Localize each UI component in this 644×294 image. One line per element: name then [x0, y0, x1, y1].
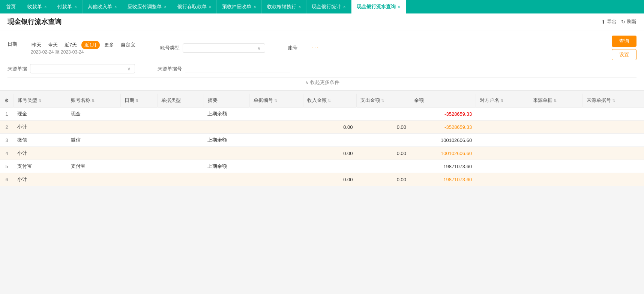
export-icon: ⬆ — [601, 19, 605, 25]
cell-docNo — [250, 173, 303, 186]
cell-sourceDocNo — [582, 134, 644, 147]
date-opt-today[interactable]: 今天 — [46, 41, 60, 49]
cell-accountName: 微信 — [67, 134, 121, 147]
close-icon[interactable]: × — [398, 4, 400, 9]
cell-docType — [157, 147, 204, 160]
cell-summary — [204, 147, 249, 160]
col-header-accountType[interactable]: 账号类型⇅ — [14, 94, 67, 107]
collapse-button[interactable]: ∧ 收起更多条件 — [8, 77, 636, 87]
col-header-counterpart[interactable]: 对方户名⇅ — [476, 94, 529, 107]
date-opt-7days[interactable]: 近7天 — [62, 41, 79, 49]
cell-sourceDocNo — [582, 160, 644, 173]
col-header-date[interactable]: 日期⇅ — [120, 94, 157, 107]
col-header-accountName[interactable]: 账号名称⇅ — [67, 94, 121, 107]
cell-accountType: 小计 — [14, 173, 67, 186]
cell-expenseAmount: 0.00 — [357, 121, 410, 134]
cell-incomeAmount — [303, 134, 357, 147]
cell-docType — [157, 107, 204, 121]
date-opt-1month[interactable]: 近1月 — [81, 41, 100, 49]
nav-tab-收款单[interactable]: 收款单× — [22, 0, 52, 13]
account-type-select[interactable]: ∨ — [183, 43, 265, 53]
cell-counterpart — [476, 147, 529, 160]
nav-tab-预收冲应收单[interactable]: 预收冲应收单× — [217, 0, 261, 13]
col-header-sourceDoc[interactable]: 来源单据⇅ — [529, 94, 583, 107]
refresh-icon: ↻ — [621, 19, 625, 25]
cell-summary: 上期余额 — [204, 134, 249, 147]
source-doc-num-input[interactable] — [185, 65, 290, 73]
cell-sourceDocNo — [582, 173, 644, 186]
close-icon[interactable]: × — [164, 4, 166, 9]
cell-incomeAmount — [303, 160, 357, 173]
cell-summary — [204, 173, 249, 186]
date-opt-more[interactable]: 更多 — [102, 41, 116, 49]
cell-num: 3 — [0, 134, 14, 147]
col-header-docNo[interactable]: 单据编号⇅ — [250, 94, 303, 107]
cell-docNo — [250, 134, 303, 147]
close-icon[interactable]: × — [209, 4, 211, 9]
cell-accountType: 微信 — [14, 134, 67, 147]
nav-tab-银行存取款单[interactable]: 银行存取款单× — [172, 0, 217, 13]
cell-incomeAmount — [303, 107, 357, 121]
col-header-incomeAmount[interactable]: 收入金额⇅ — [303, 94, 357, 107]
sort-icon: ⇅ — [612, 98, 615, 103]
filter-row-2: 来源单据 ∨ 来源单据号 — [8, 64, 636, 73]
settings-button[interactable]: 设置 — [612, 49, 636, 60]
cell-date — [120, 121, 157, 134]
date-opt-custom[interactable]: 自定义 — [119, 41, 138, 49]
nav-tab-收款核销执行[interactable]: 收款核销执行× — [262, 0, 306, 13]
date-filter: 日期 昨天今天近7天近1月更多自定义 2023-02-24 至 2023-03-… — [8, 41, 138, 55]
cell-accountName: 现金 — [67, 107, 121, 121]
cell-expenseAmount: 0.00 — [357, 173, 410, 186]
nav-tab-付款单[interactable]: 付款单× — [52, 0, 82, 13]
close-icon[interactable]: × — [299, 4, 301, 9]
chevron-down-icon-2: ∨ — [127, 66, 131, 72]
nav-home[interactable]: 首页 — [0, 0, 22, 13]
nav-tab-现金银行统计[interactable]: 现金银行统计× — [306, 0, 351, 13]
cell-incomeAmount: 0.00 — [303, 173, 357, 186]
date-options: 昨天今天近7天近1月更多自定义 — [29, 41, 138, 49]
date-opt-yesterday[interactable]: 昨天 — [29, 41, 44, 49]
query-button[interactable]: 查询 — [612, 36, 636, 47]
cell-num: 6 — [0, 173, 14, 186]
col-header-expenseAmount[interactable]: 支出金额⇅ — [357, 94, 410, 107]
cell-docType — [157, 134, 204, 147]
cell-expenseAmount — [357, 160, 410, 173]
col-header-sourceDocNo[interactable]: 来源单据号⇅ — [582, 94, 644, 107]
cell-sourceDocNo — [582, 121, 644, 134]
gear-icon[interactable]: ⚙ — [0, 94, 14, 107]
close-icon[interactable]: × — [74, 4, 77, 9]
cell-incomeAmount: 0.00 — [303, 121, 357, 134]
table-row: 6小计0.000.0019871073.60 — [0, 173, 644, 186]
data-table: ⚙账号类型⇅账号名称⇅日期⇅单据类型摘要单据编号⇅收入金额⇅支出金额⇅余额对方户… — [0, 94, 644, 186]
header-actions: ⬆ 导出 ↻ 刷新 — [601, 18, 636, 25]
cell-sourceDoc — [529, 107, 583, 121]
sort-icon: ⇅ — [328, 98, 331, 103]
close-icon[interactable]: × — [254, 4, 256, 9]
nav-tab-现金银行流水查询[interactable]: 现金银行流水查询× — [351, 0, 406, 13]
cell-date — [120, 107, 157, 121]
close-icon[interactable]: × — [114, 4, 117, 9]
cell-sourceDoc — [529, 160, 583, 173]
account-type-label: 账号类型 — [160, 45, 180, 51]
nav-tab-其他收入单[interactable]: 其他收入单× — [83, 0, 122, 13]
table-row: 1现金现金上期余额-3528659.33 — [0, 107, 644, 121]
cell-balance: 100102606.60 — [410, 147, 476, 160]
cell-balance: -3528659.33 — [410, 121, 476, 134]
sort-icon: ⇅ — [554, 98, 557, 103]
source-doc-num-label: 来源单据号 — [158, 66, 182, 72]
close-icon[interactable]: × — [343, 4, 345, 9]
cell-accountName — [67, 121, 121, 134]
table-area: ⚙账号类型⇅账号名称⇅日期⇅单据类型摘要单据编号⇅收入金额⇅支出金额⇅余额对方户… — [0, 94, 644, 186]
account-ellipsis[interactable]: ··· — [309, 45, 321, 51]
cell-summary: 上期余额 — [204, 160, 249, 173]
close-icon[interactable]: × — [44, 4, 47, 9]
col-header-summary: 摘要 — [204, 94, 249, 107]
cell-accountType: 现金 — [14, 107, 67, 121]
export-button[interactable]: ⬆ 导出 — [601, 18, 617, 25]
refresh-button[interactable]: ↻ 刷新 — [621, 18, 636, 25]
nav-tab-应收应付调整单[interactable]: 应收应付调整单× — [122, 0, 172, 13]
cell-date — [120, 147, 157, 160]
cell-date — [120, 134, 157, 147]
cell-docNo — [250, 160, 303, 173]
source-doc-select[interactable]: ∨ — [30, 64, 135, 73]
